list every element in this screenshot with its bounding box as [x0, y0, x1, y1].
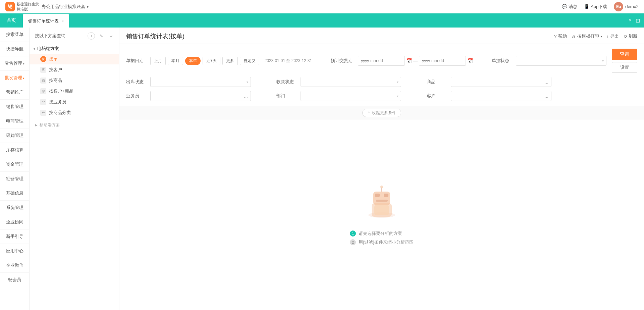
- wholesale-arrow-icon: ▴: [23, 76, 24, 80]
- app-label: App下载: [591, 4, 607, 10]
- sidebar-item-search[interactable]: 搜索菜单: [0, 28, 29, 42]
- mobile-schemes-section[interactable]: ▶ 移动端方案: [30, 119, 119, 129]
- empty-state: 1 请先选择要分析的方案 2 用[过滤]条件来缩小分析范围: [119, 120, 644, 310]
- query-button[interactable]: 查询: [612, 49, 637, 60]
- add-scheme-button[interactable]: +: [88, 32, 95, 40]
- collapse-more-conditions-button[interactable]: ⌃ 收起更多条件: [362, 109, 401, 117]
- page-actions: ? 帮助 🖨 按模板打印 ▾ ↑ 导出 ↺ 刷新: [554, 33, 637, 39]
- payment-select[interactable]: [301, 77, 401, 87]
- dept-label: 部门: [276, 93, 295, 99]
- settings-button[interactable]: 设置: [612, 62, 637, 73]
- sidebar-item-member[interactable]: 畅会员: [0, 273, 29, 287]
- empty-illustration-svg: [362, 185, 402, 222]
- edit-scheme-button[interactable]: ✎: [98, 32, 105, 40]
- tab-home[interactable]: 首页: [0, 13, 23, 28]
- sidebar-item-app-center[interactable]: 应用中心: [0, 244, 29, 258]
- logo-text: 畅捷通好生意 标准版: [17, 2, 39, 11]
- scheme-by-goods-category[interactable]: 分 按商品分类: [30, 107, 119, 118]
- help-button[interactable]: ? 帮助: [554, 33, 567, 39]
- scheme-by-salesperson[interactable]: 业 按业务员: [30, 97, 119, 107]
- customer-input-wrapper: ...: [451, 91, 551, 101]
- message-icon: 💬: [562, 4, 567, 9]
- date-btn-this-year[interactable]: 本年: [185, 57, 201, 65]
- pc-schemes-section: ▾ 电脑端方案 按 按单 客 按客户 商 按商品: [30, 42, 119, 119]
- page-header: 销售订单统计表(按单) ? 帮助 🖨 按模板打印 ▾ ↑ 导出: [119, 28, 644, 44]
- window-maximize-icon[interactable]: ⊡: [636, 17, 640, 24]
- refresh-icon: ↺: [624, 34, 627, 39]
- sidebar-item-sales[interactable]: 销售管理: [0, 100, 29, 114]
- refresh-button[interactable]: ↺ 刷新: [624, 33, 637, 39]
- date-btn-last-month[interactable]: 上月: [150, 57, 166, 65]
- left-panel-title: 按以下方案查询: [35, 33, 65, 39]
- customer-dots-icon[interactable]: ...: [544, 93, 548, 99]
- scheme-by-customer[interactable]: 客 按客户: [30, 64, 119, 75]
- goods-input[interactable]: [454, 80, 544, 85]
- right-content: 销售订单统计表(按单) ? 帮助 🖨 按模板打印 ▾ ↑ 导出: [119, 28, 644, 310]
- delivery-select[interactable]: [150, 77, 251, 87]
- filter-row-2: 出库状态 ▾ 收款状态 ▾ 商品: [126, 77, 637, 87]
- date-btn-more[interactable]: 更多: [222, 57, 238, 65]
- app-download-button[interactable]: 📱 App下载: [584, 4, 607, 10]
- sidebar-item-ecommerce[interactable]: 电商管理: [0, 114, 29, 128]
- print-template-button[interactable]: 🖨 按模板打印 ▾: [572, 33, 602, 39]
- message-label: 消息: [569, 4, 577, 10]
- sidebar-item-guide[interactable]: 新手引导: [0, 229, 29, 244]
- sidebar-item-base-info[interactable]: 基础信息: [0, 186, 29, 201]
- help-icon: ?: [554, 34, 556, 39]
- avatar: Ea: [614, 2, 623, 11]
- salesperson-input-wrapper: ...: [150, 91, 251, 101]
- salesperson-dots-icon[interactable]: ...: [244, 93, 248, 99]
- sidebar-item-inventory[interactable]: 库存核算: [0, 143, 29, 157]
- svg-rect-6: [376, 200, 388, 202]
- left-panel: 按以下方案查询 + ✎ « ▾ 电脑端方案 按 按单: [30, 28, 119, 310]
- expected-date-end[interactable]: [419, 56, 466, 66]
- sidebar-item-wholesale[interactable]: 批发管理 ▴: [0, 71, 29, 85]
- breadcrumb-arrow-icon[interactable]: ▾: [87, 4, 89, 9]
- status-label: 单据状态: [492, 58, 511, 64]
- sidebar-item-finance[interactable]: 资金管理: [0, 157, 29, 172]
- sidebar-item-operation[interactable]: 经营管理: [0, 172, 29, 186]
- top-bar: 销 畅捷通好生意 标准版 办公用品行业模拟账套 ▾ 💬 消息 📱 App下载 E…: [0, 0, 644, 13]
- sidebar-item-enterprise[interactable]: 企业协同: [0, 215, 29, 229]
- date-filter-buttons: 上月 本月 本年 近7天 更多 自定义: [150, 57, 259, 65]
- delivery-select-wrapper: ▾: [150, 77, 251, 87]
- date-btn-this-month[interactable]: 本月: [168, 57, 183, 65]
- breadcrumb-text: 办公用品行业模拟账套: [42, 4, 85, 10]
- tab-close-icon[interactable]: ×: [61, 19, 64, 23]
- scheme-goods-icon: 商: [40, 78, 46, 84]
- tab-bar: 首页 销售订单统计表 × × ⊡: [0, 13, 644, 28]
- date-btn-custom[interactable]: 自定义: [240, 57, 259, 65]
- goods-dots-icon[interactable]: ...: [544, 79, 548, 85]
- customer-label: 客户: [427, 93, 445, 99]
- window-close-icon[interactable]: ×: [629, 17, 632, 23]
- empty-hint-1: 1 请先选择要分析的方案: [350, 230, 413, 237]
- dept-select[interactable]: [301, 91, 401, 101]
- customer-input[interactable]: [454, 94, 544, 99]
- print-arrow-icon: ▾: [600, 35, 602, 38]
- sidebar-item-wechat[interactable]: 企业微信: [0, 258, 29, 273]
- pc-schemes-parent[interactable]: ▾ 电脑端方案: [30, 44, 119, 54]
- user-area[interactable]: Ea demo2: [614, 2, 639, 11]
- collapse-arrow-icon: ⌃: [367, 111, 371, 115]
- calendar-start-icon[interactable]: 📅: [406, 58, 412, 63]
- calendar-end-icon[interactable]: 📅: [467, 58, 473, 63]
- export-button[interactable]: ↑ 导出: [607, 33, 619, 39]
- sidebar-item-quick-nav[interactable]: 快捷导航: [0, 42, 29, 56]
- sidebar-item-marketing[interactable]: 营销推广: [0, 85, 29, 100]
- sidebar-item-retail[interactable]: 零售管理 ▾: [0, 56, 29, 71]
- message-button[interactable]: 💬 消息: [562, 4, 577, 10]
- tab-sales-order-stats[interactable]: 销售订单统计表 ×: [23, 14, 69, 28]
- salesperson-input[interactable]: [153, 94, 244, 99]
- date-btn-last-7[interactable]: 近7天: [203, 57, 220, 65]
- filter-row-3: 业务员 ... 部门 ▾ 客户 ...: [126, 91, 637, 101]
- expected-date-start[interactable]: [358, 56, 405, 66]
- collapse-panel-button[interactable]: «: [108, 32, 115, 40]
- hint-num-2: 2: [350, 239, 356, 245]
- top-bar-left: 销 畅捷通好生意 标准版 办公用品行业模拟账套 ▾: [5, 2, 89, 11]
- scheme-by-goods[interactable]: 商 按商品: [30, 75, 119, 86]
- scheme-by-customer-goods[interactable]: 客 按客户+商品: [30, 86, 119, 97]
- sidebar-item-system[interactable]: 系统管理: [0, 201, 29, 215]
- status-select[interactable]: [516, 56, 606, 66]
- sidebar-item-purchase[interactable]: 采购管理: [0, 128, 29, 143]
- scheme-by-order[interactable]: 按 按单: [30, 54, 119, 64]
